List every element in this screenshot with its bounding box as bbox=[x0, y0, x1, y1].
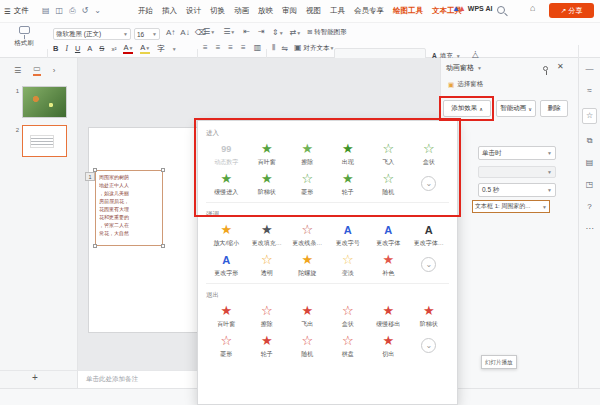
bullet-list-icon[interactable]: ☰▼ bbox=[203, 27, 215, 36]
effect-item[interactable]: ☆更改线条… bbox=[287, 223, 328, 248]
smart-graphic-button[interactable]: ⧈ 转智能图形 bbox=[307, 27, 346, 37]
animation-pane-icon[interactable]: ☆ bbox=[582, 108, 597, 124]
number-list-icon[interactable]: ☰▼ bbox=[223, 27, 235, 36]
more-icon[interactable]: ⋯ bbox=[586, 224, 594, 234]
animation-pane-title[interactable]: 动画窗格▼ bbox=[446, 63, 482, 73]
bold-button[interactable]: B bbox=[53, 44, 58, 53]
decrease-font-icon[interactable]: A↓ bbox=[180, 28, 189, 37]
tab[interactable]: 动画 bbox=[234, 6, 249, 16]
effect-item[interactable]: ★更改填充… bbox=[247, 223, 288, 248]
effect-item[interactable]: ★轮子 bbox=[247, 334, 288, 359]
undo-icon[interactable]: ↺ bbox=[82, 4, 89, 18]
effect-item[interactable]: A更改字形 bbox=[206, 253, 247, 278]
share-button[interactable]: ↗分享 bbox=[549, 3, 594, 18]
effect-item[interactable]: A更改字号 bbox=[328, 223, 369, 248]
underline-button[interactable]: U bbox=[75, 44, 80, 53]
tab[interactable]: 插入 bbox=[162, 6, 177, 16]
wps-ai-button[interactable]: ▲▲WPS AI bbox=[452, 4, 492, 13]
effect-item[interactable]: ☆擦除 bbox=[247, 304, 288, 329]
crop-icon[interactable]: ◳ bbox=[586, 180, 594, 190]
effect-item[interactable]: ☆盒状 bbox=[409, 142, 450, 167]
resize-handle[interactable] bbox=[93, 244, 97, 248]
help-icon[interactable]: ? bbox=[587, 202, 591, 212]
slide-thumbnail-2[interactable] bbox=[22, 125, 67, 157]
effect-item[interactable]: A更改字体… bbox=[409, 223, 450, 248]
ribbon-icon[interactable]: ≈ bbox=[587, 86, 591, 96]
collapse-icon[interactable]: — bbox=[586, 64, 594, 74]
section-more-button[interactable]: ⌄ bbox=[421, 176, 436, 191]
superscript-button[interactable]: x² bbox=[111, 46, 116, 52]
strike-button[interactable]: S bbox=[99, 44, 104, 53]
effect-item[interactable]: ★轮子 bbox=[328, 172, 369, 197]
add-effect-button[interactable]: 添加效果∧ bbox=[443, 100, 491, 117]
slide-thumbnail-1[interactable] bbox=[22, 86, 67, 118]
delete-animation-button[interactable]: 删除 bbox=[540, 100, 568, 117]
tab[interactable]: 视图 bbox=[306, 6, 321, 16]
effect-item[interactable]: ★缓慢移出 bbox=[368, 304, 409, 329]
direction-select[interactable]: ▼ bbox=[478, 166, 556, 178]
tab[interactable]: 切换 bbox=[210, 6, 225, 16]
char-spacing-button[interactable]: 字 bbox=[157, 44, 165, 54]
effect-item[interactable]: 99动态数字 bbox=[206, 142, 247, 167]
highlight-color-button[interactable]: A▼ bbox=[140, 43, 150, 54]
pin-icon[interactable] bbox=[543, 66, 548, 71]
merge-icon[interactable]: ⫴ bbox=[272, 43, 275, 53]
tab[interactable]: 审阅 bbox=[282, 6, 297, 16]
tab[interactable]: 会员专享 bbox=[354, 6, 384, 16]
effect-item[interactable]: ☆随机 bbox=[287, 334, 328, 359]
effect-item[interactable]: A更改字体 bbox=[368, 223, 409, 248]
search-icon[interactable] bbox=[497, 6, 505, 14]
resize-handle[interactable] bbox=[93, 168, 97, 172]
new-slide-button[interactable]: + bbox=[32, 372, 38, 383]
effect-item[interactable]: ☆盒状 bbox=[328, 304, 369, 329]
swap-icon[interactable]: ⇋ bbox=[281, 44, 288, 53]
effect-item[interactable]: ★放大/缩小 bbox=[206, 223, 247, 248]
layout-icon[interactable]: ⧉ bbox=[587, 136, 593, 146]
tab[interactable]: 开始 bbox=[138, 6, 153, 16]
save-icon[interactable]: ◫ bbox=[56, 4, 64, 18]
font-color-button[interactable]: A▼ bbox=[123, 43, 133, 54]
slide-text-box[interactable]: 周围家的树荫地处正中人人，如这儿美丽房前屋后花，花园里有大理花和更重要的，管家二… bbox=[95, 170, 163, 246]
close-icon[interactable]: ✕ bbox=[557, 62, 564, 71]
align-center-icon[interactable]: ≡ bbox=[216, 43, 221, 52]
effect-item[interactable]: ★百叶窗 bbox=[247, 142, 288, 167]
effect-item[interactable]: ★擦除 bbox=[287, 142, 328, 167]
outline-view-icon[interactable]: ☰ bbox=[14, 66, 21, 75]
effect-item[interactable]: ★补色 bbox=[368, 253, 409, 278]
effect-item[interactable]: ★出现 bbox=[328, 142, 369, 167]
columns-icon[interactable]: ▥ bbox=[254, 43, 262, 52]
effect-item[interactable]: ☆随机 bbox=[368, 172, 409, 197]
tab[interactable]: 放映 bbox=[258, 6, 273, 16]
justify-icon[interactable]: ≡ bbox=[241, 43, 246, 52]
char-border-button[interactable]: A bbox=[87, 44, 92, 53]
effect-item[interactable]: ★阶梯状 bbox=[409, 304, 450, 329]
effect-item[interactable]: ☆飞入 bbox=[368, 142, 409, 167]
effect-item[interactable]: ☆棋盘 bbox=[328, 334, 369, 359]
start-trigger-select[interactable]: 单击时▼ bbox=[478, 146, 556, 160]
effect-item[interactable]: ☆菱形 bbox=[206, 334, 247, 359]
section-more-button[interactable]: ⌄ bbox=[421, 257, 436, 272]
effect-item[interactable]: ☆透明 bbox=[247, 253, 288, 278]
outdent-icon[interactable]: ⇤ bbox=[243, 27, 250, 36]
format-painter-button[interactable]: 格式刷 bbox=[6, 26, 42, 48]
more-icon[interactable]: ⌄ bbox=[94, 4, 101, 18]
font-size-select[interactable]: 16▼ bbox=[134, 28, 160, 40]
effect-item[interactable]: ★飞出 bbox=[287, 304, 328, 329]
effect-item[interactable]: ★切出 bbox=[368, 334, 409, 359]
speed-select[interactable]: 0.5 秒▼ bbox=[478, 183, 556, 197]
resize-handle[interactable] bbox=[161, 168, 165, 172]
effect-item[interactable]: ☆变淡 bbox=[328, 253, 369, 278]
selection-pane-button[interactable]: ▣选择窗格 bbox=[448, 80, 483, 89]
align-left-icon[interactable]: ≡ bbox=[203, 43, 208, 52]
tab[interactable]: 工具 bbox=[330, 6, 345, 16]
new-doc-icon[interactable]: ▤ bbox=[42, 4, 50, 18]
notes-icon[interactable]: ▤ bbox=[586, 158, 594, 168]
text-direction-icon[interactable]: ⇄▼ bbox=[290, 28, 302, 37]
sidebar-expand-icon[interactable]: › bbox=[53, 66, 56, 75]
align-right-icon[interactable]: ≡ bbox=[228, 43, 233, 52]
home-icon[interactable]: ⌂ bbox=[530, 3, 535, 13]
file-menu[interactable]: ☰文件 bbox=[4, 4, 29, 18]
resize-handle[interactable] bbox=[161, 244, 165, 248]
effect-item[interactable]: ★百叶窗 bbox=[206, 304, 247, 329]
align-text-button[interactable]: ▣ 对齐文本▼ bbox=[294, 43, 334, 53]
